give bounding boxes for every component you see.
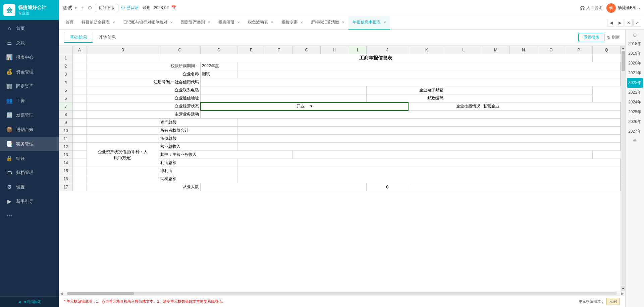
vscroll-thumb[interactable]: [622, 51, 625, 71]
sidebar-item-fund[interactable]: 💰 资金管理: [0, 64, 59, 79]
cell-5-c[interactable]: [201, 86, 367, 94]
tab-annual-report[interactable]: 年报信息申报表 ✕: [348, 16, 390, 30]
cell-16-e[interactable]: [237, 175, 621, 183]
tab-expert-close[interactable]: ✕: [300, 20, 303, 24]
add-workspace-btn[interactable]: ＋: [79, 4, 85, 11]
cell-12-e[interactable]: [237, 143, 621, 151]
sidebar-item-home[interactable]: ⌂ 首页: [0, 21, 59, 36]
cell-11-e[interactable]: [237, 135, 621, 143]
refresh-btn[interactable]: ↻ 刷新: [607, 35, 620, 40]
cell-14-c[interactable]: 利润总额: [159, 159, 237, 167]
cell-16-b[interactable]: [87, 175, 159, 183]
cell-12-c[interactable]: 营业总收入: [159, 143, 237, 151]
hscroll-left[interactable]: ◀: [59, 291, 64, 296]
year-2024[interactable]: 2024年: [627, 97, 643, 107]
sidebar-item-inventory[interactable]: 📦 进销台账: [0, 122, 59, 137]
tab-income-tax-close[interactable]: ✕: [342, 20, 344, 24]
tab-fixed-cat-close[interactable]: ✕: [208, 20, 210, 24]
sidebar-item-report[interactable]: 📊 报表中心: [0, 50, 59, 64]
cell-10-c[interactable]: 所有者权益合计: [159, 127, 237, 135]
sidebar-item-close[interactable]: 🔒 结账: [0, 151, 59, 166]
cell-7-a[interactable]: [73, 102, 87, 111]
sidebar-item-payroll[interactable]: 👥 工资: [0, 93, 59, 108]
cell-8-b[interactable]: 主营业务活动: [87, 111, 201, 119]
user-menu[interactable]: 畅 畅捷通B组...: [606, 3, 640, 13]
cell-16-a[interactable]: [73, 175, 87, 183]
cell-5-j[interactable]: 企业电子邮箱: [367, 86, 445, 94]
cell-13-a[interactable]: [73, 151, 87, 159]
cell-15-c[interactable]: 净利润: [159, 167, 237, 175]
cell-9-c[interactable]: 资产总额: [159, 119, 237, 127]
cell-11-a[interactable]: [73, 135, 87, 143]
sheet-scroll[interactable]: A B C D E F G H I J: [59, 46, 621, 291]
year-2025[interactable]: 2025年: [627, 107, 643, 117]
tab-fixed-cat[interactable]: 固定资产类别 ✕: [177, 16, 214, 30]
cell-15-a[interactable]: [73, 167, 87, 175]
vertical-scrollbar[interactable]: ▲ ▼: [621, 46, 625, 291]
tab-close-btn[interactable]: ✕: [625, 19, 633, 27]
hscroll-thumb[interactable]: [67, 292, 134, 295]
cell-13-d[interactable]: 其中：主营业务收入: [159, 151, 293, 159]
cell-10-b[interactable]: [87, 127, 159, 135]
year-2020[interactable]: 2020年: [627, 58, 643, 68]
cell-8-c[interactable]: [201, 111, 621, 119]
year-panel-down-btn[interactable]: ⊖: [632, 136, 638, 144]
cell-2-b[interactable]: 税款所属期间：: [87, 62, 201, 70]
tab-income-tax[interactable]: 所得税汇算清缴 ✕: [307, 16, 348, 30]
cell-8-a[interactable]: [73, 111, 87, 119]
tab-journal[interactable]: 日记账与银行对账单核对 ✕: [119, 16, 177, 30]
sub-tab-basic[interactable]: 基础信息: [64, 32, 93, 43]
tab-home[interactable]: 首页: [61, 16, 77, 30]
sub-tab-other[interactable]: 其他信息: [93, 32, 122, 43]
cell-7-b[interactable]: 企业经营状态: [87, 102, 201, 111]
tab-expand-btn[interactable]: ⤢: [633, 19, 641, 27]
cell-6-a[interactable]: [73, 94, 87, 102]
cell-1-b[interactable]: [87, 54, 159, 62]
service-btn[interactable]: 🎧 人工咨询: [580, 5, 602, 11]
reset-report-btn[interactable]: 重置报表: [578, 33, 604, 42]
cell-17-a[interactable]: [73, 183, 87, 191]
tab-next-btn[interactable]: ▶: [616, 19, 624, 27]
sidebar-item-invoice[interactable]: 🧾 发票管理: [0, 108, 59, 122]
cell-14-e[interactable]: [237, 159, 621, 167]
cell-15-b[interactable]: [87, 167, 159, 175]
cell-6-c[interactable]: [201, 94, 367, 102]
cell-4-b[interactable]: 注册号/统一社会信用代码: [87, 78, 201, 86]
vscroll-up-btn[interactable]: ▲: [621, 46, 626, 50]
cell-2-a[interactable]: [73, 62, 87, 70]
hscroll-right[interactable]: ▶: [620, 291, 625, 296]
tab-fluctuation[interactable]: 税负波动表 ✕: [244, 16, 277, 30]
sidebar-item-more[interactable]: •••: [0, 209, 59, 223]
cell-10-e[interactable]: [237, 127, 621, 135]
cell-6-j[interactable]: 邮政编码: [367, 94, 445, 102]
cell-4-a[interactable]: [73, 78, 87, 86]
cell-6-l[interactable]: [445, 94, 593, 102]
horizontal-scrollbar[interactable]: ◀ ▶: [59, 291, 625, 296]
cell-7-c[interactable]: 开业 ▾: [201, 102, 408, 111]
tab-aux[interactable]: 科目辅助余额表 ✕: [77, 16, 119, 30]
cell-13-h[interactable]: [293, 151, 593, 159]
year-2027[interactable]: 2027年: [627, 127, 643, 136]
cell-17-j[interactable]: 0: [367, 183, 408, 191]
tab-tax-form-close[interactable]: ✕: [237, 20, 240, 24]
tab-prev-btn[interactable]: ◀: [607, 19, 615, 27]
cell-14-a[interactable]: [73, 159, 87, 167]
tab-fluctuation-close[interactable]: ✕: [271, 20, 273, 24]
cell-17-b[interactable]: 从业人数: [87, 183, 201, 191]
cell-4-c[interactable]: [201, 78, 621, 86]
cell-1-a[interactable]: [73, 54, 87, 62]
year-panel-up-btn[interactable]: ⊕: [632, 31, 638, 39]
cell-2-d[interactable]: [237, 62, 621, 70]
sidebar-item-ledger[interactable]: ☰ 总账: [0, 36, 59, 50]
sidebar-item-settings[interactable]: ⚙ 设置: [0, 180, 59, 194]
cell-15-e[interactable]: [237, 167, 621, 175]
cell-5-a[interactable]: [73, 86, 87, 94]
cell-17-c[interactable]: [201, 183, 367, 191]
switch-old-version-btn[interactable]: 切到旧版: [95, 4, 118, 12]
year-2026[interactable]: 2026年: [627, 117, 643, 127]
cell-2-c[interactable]: 2022年度: [201, 62, 237, 70]
cell-7-l[interactable]: 私营企业: [482, 102, 621, 111]
cell-5-b[interactable]: 企业联系电话: [87, 86, 201, 94]
cell-10-a[interactable]: [73, 127, 87, 135]
tab-annual-report-close[interactable]: ✕: [383, 20, 386, 24]
